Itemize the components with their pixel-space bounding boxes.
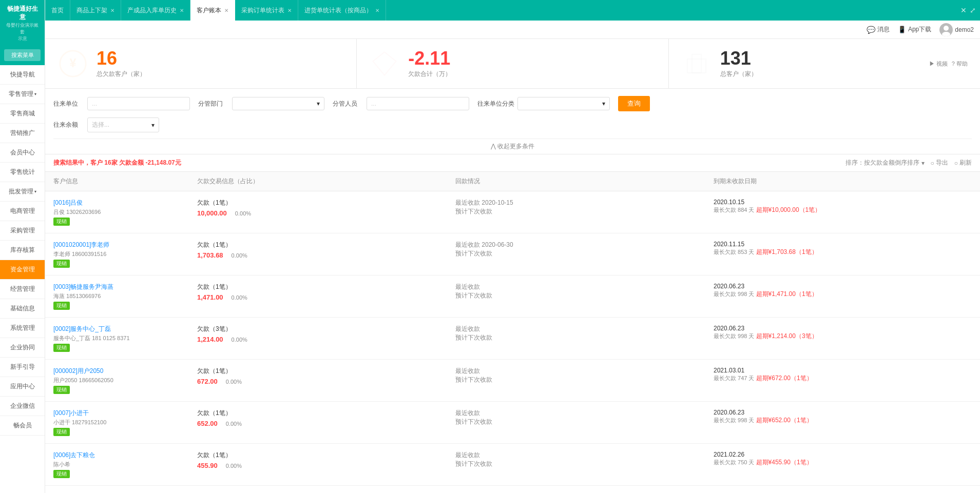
debt-amount: 1,703.68 — [197, 251, 223, 259]
customer-name-link[interactable]: [0016]吕俊 — [53, 199, 83, 206]
last-collect: 最近收款 — [455, 283, 714, 291]
sidebar-item-quicknav[interactable]: 快捷导航 — [0, 65, 45, 85]
last-collect: 最近收款 2020-06-30 — [455, 241, 714, 249]
debt-percent: 0.00% — [232, 337, 247, 343]
unit-class-select[interactable]: ▾ — [517, 97, 610, 110]
overdue-amount-link[interactable]: 超期¥455.90（1笔） — [756, 459, 813, 466]
duedate-cell: 2020.11.15 最长欠款 853 天 超期¥1,703.68（1笔） — [714, 241, 972, 257]
customer-name-link[interactable]: [0002]服务中心_丁磊 — [53, 325, 111, 332]
customer-name-link[interactable]: [000002]用户2050 — [53, 367, 103, 374]
balance-label: 往来余额 — [53, 121, 84, 129]
sidebar-item-capital[interactable]: 资金管理 — [0, 260, 45, 280]
demo-label: 示意 — [4, 35, 41, 42]
page-content: ¥ 16 总欠款客户（家） -2.11 欠款合计（万） — [45, 39, 980, 493]
overdue-amount-link[interactable]: 超期¥10,000.00（1笔） — [756, 206, 821, 213]
customer-sub-info: 李老师 18600391516 — [53, 250, 197, 258]
sidebar-item-business[interactable]: 经营管理 — [0, 280, 45, 299]
sidebar-item-retail-stats[interactable]: 零售统计 — [0, 163, 45, 182]
sidebar-item-ecom[interactable]: 电商管理 — [0, 202, 45, 221]
sidebar-item-vip[interactable]: 畅会员 — [0, 416, 45, 436]
from-unit-input[interactable]: ... — [87, 97, 190, 110]
overdue-days: 最长欠款 750 天 超期¥455.90（1笔） — [714, 458, 972, 467]
overdue-amount-link[interactable]: 超期¥672.00（1笔） — [756, 374, 813, 382]
customer-sub-info: 海蒸 18513066976 — [53, 292, 197, 300]
video-link[interactable]: ▶ 视频 — [929, 60, 948, 68]
tab-close-icon[interactable]: ✕ — [224, 8, 228, 13]
debt-amount: 652.00 — [197, 420, 218, 427]
app-download-button[interactable]: 📱 App下载 — [898, 25, 931, 34]
message-button[interactable]: 💬 消息 — [867, 25, 890, 34]
query-button[interactable]: 查询 — [618, 96, 650, 111]
svg-point-1 — [944, 26, 949, 31]
customer-tag: 现销 — [53, 344, 70, 352]
filter-from-unit: 往来单位 ... — [53, 97, 190, 110]
close-window-button[interactable]: ✕ — [960, 6, 967, 14]
tab-close-icon[interactable]: ✕ — [110, 8, 114, 13]
filter-unit-class: 往来单位分类 ▾ — [477, 97, 610, 110]
overdue-amount-link[interactable]: 超期¥652.00（1笔） — [756, 417, 813, 424]
overdue-customers-value: 16 — [97, 49, 344, 68]
person-input[interactable]: ... — [367, 97, 469, 110]
debt-count: 欠款（1笔） — [197, 283, 455, 291]
expand-window-button[interactable]: ⤢ — [970, 6, 976, 14]
page-header-right: 💬 消息 📱 App下载 demo2 — [45, 21, 980, 39]
filter-row-1: 往来单位 ... 分管部门 ▾ 分管人员 . — [53, 96, 972, 111]
app-sub: 母婴行业演示账套 — [4, 22, 41, 35]
sidebar-item-wechat[interactable]: 企业微信 — [0, 397, 45, 416]
tab-home[interactable]: 首页 — [45, 0, 70, 21]
export-button[interactable]: ○ 导出 — [931, 159, 948, 167]
search-menu-button[interactable]: 搜索菜单 — [4, 49, 41, 61]
due-date: 2020.10.15 — [714, 199, 972, 206]
sidebar-item-batch-mgmt[interactable]: 批发管理 ▾ — [0, 182, 45, 202]
tab-stock-stats[interactable]: 进货单统计表（按商品） ✕ — [298, 0, 386, 21]
table-row: [0001020001]李老师 李老师 18600391516 现销 欠款（1笔… — [45, 233, 980, 275]
tab-purchase-stats[interactable]: 采购订单统计表 ✕ — [235, 0, 298, 21]
sidebar-item-corp[interactable]: 企业协同 — [0, 338, 45, 358]
table-row: [0003]畅捷服务尹海蒸 海蒸 18513066976 现销 欠款（1笔） 1… — [45, 275, 980, 318]
result-customer-count: 16家 — [104, 159, 117, 166]
customer-name-link[interactable]: [0006]去下粮仓 — [53, 451, 95, 459]
tab-close-icon[interactable]: ✕ — [375, 8, 379, 13]
overdue-amount-link[interactable]: 超期¥1,214.00（3笔） — [756, 332, 818, 340]
col-header-collection: 回款情况 — [455, 177, 714, 186]
balance-select[interactable]: 选择... ▾ — [87, 117, 159, 132]
sidebar-item-member[interactable]: 会员中心 — [0, 143, 45, 163]
sidebar-item-apps[interactable]: 应用中心 — [0, 377, 45, 397]
sidebar-item-marketing[interactable]: 营销推广 — [0, 124, 45, 143]
overdue-amount-link[interactable]: 超期¥1,471.00（1笔） — [756, 290, 818, 298]
overdue-days: 最长欠款 884 天 超期¥10,000.00（1笔） — [714, 206, 972, 214]
result-amount: -21,148.07元 — [145, 159, 181, 166]
customer-name-link[interactable]: [0007]小进干 — [53, 409, 89, 417]
dept-select[interactable]: ▾ — [232, 97, 324, 110]
sidebar-item-inventory[interactable]: 库存核算 — [0, 241, 45, 260]
due-date: 2020.06.23 — [714, 325, 972, 332]
customer-name-link[interactable]: [0003]畅捷服务尹海蒸 — [53, 283, 113, 290]
refresh-button[interactable]: ○ 刷新 — [954, 159, 972, 167]
tab-close-icon[interactable]: ✕ — [287, 8, 292, 13]
tab-customer-account[interactable]: 客户账本 ✕ — [190, 0, 235, 21]
customer-name-link[interactable]: [0001020001]李老师 — [53, 241, 109, 248]
sidebar-item-newbie[interactable]: 新手引导 — [0, 358, 45, 377]
sidebar-item-basic[interactable]: 基础信息 — [0, 299, 45, 319]
customer-tag: 现销 — [53, 218, 70, 226]
sidebar-item-retail-mgmt[interactable]: 零售管理 ▾ — [0, 85, 45, 104]
unit-class-label: 往来单位分类 — [477, 100, 514, 108]
due-date: 2020.06.23 — [714, 283, 972, 290]
last-collect: 最近收款 — [455, 409, 714, 418]
sidebar-item-retail-mall[interactable]: 零售商城 — [0, 104, 45, 124]
sort-selector[interactable]: 排序：按欠款金额倒序排序 ▾ — [846, 159, 925, 167]
help-link[interactable]: ? 帮助 — [952, 60, 968, 68]
user-avatar-button[interactable]: demo2 — [939, 23, 974, 36]
avatar — [939, 23, 953, 36]
next-collect: 预计下次收款 — [455, 207, 714, 216]
sidebar-item-purchase[interactable]: 采购管理 — [0, 221, 45, 241]
stat-total-customers: 131 总客户（家） ▶ 视频 ? 帮助 — [669, 39, 980, 88]
refresh-icon: ○ — [954, 160, 958, 167]
overdue-amount-link[interactable]: 超期¥1,703.68（1笔） — [756, 248, 818, 255]
due-date: 2020.11.15 — [714, 241, 972, 248]
tab-close-icon[interactable]: ✕ — [180, 8, 184, 13]
sidebar-item-system[interactable]: 系统管理 — [0, 319, 45, 338]
tab-product-history[interactable]: 产成品入库单历史 ✕ — [121, 0, 190, 21]
tab-product-on-off[interactable]: 商品上下架 ✕ — [70, 0, 121, 21]
collapse-button[interactable]: ⋀ 收起更多条件 — [53, 139, 972, 154]
